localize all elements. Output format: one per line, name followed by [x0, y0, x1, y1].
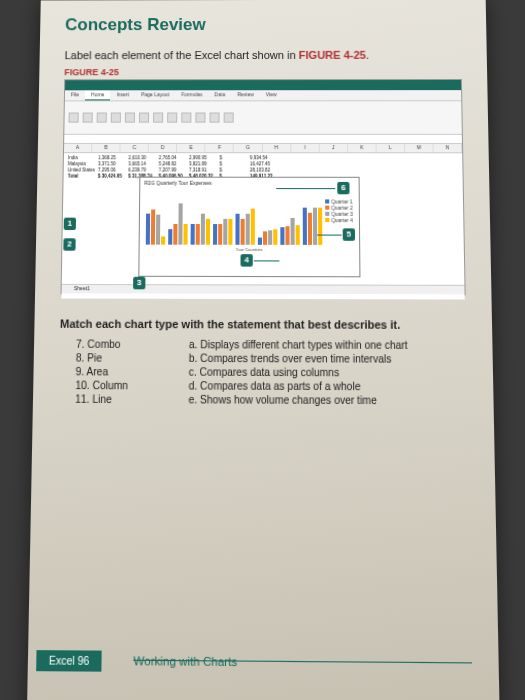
- ribbon: [64, 101, 462, 135]
- match-item: 11. Line: [75, 393, 189, 405]
- col-h: G: [234, 144, 262, 152]
- fill-icon: [153, 113, 163, 123]
- x-axis-title: Tour Countries: [140, 245, 360, 253]
- section-title: Concepts Review: [65, 15, 461, 36]
- bar: [268, 230, 272, 245]
- bar-group: [213, 219, 232, 245]
- bar: [251, 209, 255, 245]
- formula-bar: [64, 135, 462, 144]
- legend-item: Quarter 4: [325, 217, 353, 223]
- col-h: D: [149, 144, 177, 152]
- period: .: [366, 49, 369, 61]
- bar: [151, 210, 155, 245]
- match-left-column: 7. Combo 8. Pie 9. Area 10. Column 11. L…: [75, 338, 189, 407]
- match-option: e. Shows how volume changes over time: [189, 394, 468, 407]
- bar: [241, 219, 245, 245]
- bar: [146, 214, 150, 245]
- bar: [280, 227, 284, 245]
- match-item: 10. Column: [75, 380, 188, 392]
- bar: [313, 208, 317, 245]
- tab-data: Data: [208, 90, 231, 100]
- figure-caption: FIGURE 4-25: [64, 67, 462, 77]
- paste-icon: [69, 113, 79, 123]
- bar: [191, 224, 195, 245]
- callout-4: 4: [241, 254, 253, 267]
- bar-group: [168, 203, 188, 244]
- bar: [273, 229, 277, 245]
- bar: [178, 203, 182, 244]
- ribbon-tabs: File Home Insert Page Layout Formulas Da…: [65, 90, 461, 101]
- insert-icon: [209, 112, 219, 122]
- col-h: A: [64, 144, 92, 152]
- match-item: 8. Pie: [76, 352, 189, 364]
- tab-review: Review: [231, 90, 260, 100]
- tab-formulas: Formulas: [175, 90, 208, 100]
- bar: [168, 229, 172, 245]
- callout-3: 3: [133, 277, 145, 290]
- match-option: b. Compares trends over even time interv…: [189, 352, 467, 365]
- bar: [235, 214, 239, 245]
- column-headers: A B C D E F G H I J K L M N: [64, 144, 462, 153]
- bar: [213, 224, 217, 245]
- col-h: I: [291, 144, 320, 152]
- bar: [258, 238, 262, 245]
- bar: [196, 224, 200, 245]
- bar: [303, 208, 307, 245]
- label-instruction: Label each element of the Excel chart sh…: [65, 49, 462, 61]
- callout-6: 6: [337, 182, 349, 194]
- col-h: E: [177, 144, 205, 152]
- bar-group: [258, 229, 277, 245]
- swatch-icon: [325, 199, 329, 203]
- match-option: d. Compares data as parts of a whole: [189, 380, 468, 393]
- col-h: F: [206, 144, 234, 152]
- cut-icon: [83, 113, 93, 123]
- swatch-icon: [325, 218, 329, 222]
- tab-home: Home: [85, 90, 111, 100]
- tab-file: File: [65, 90, 85, 100]
- match-option: c. Compares data using columns: [189, 366, 467, 379]
- italic-icon: [125, 113, 135, 123]
- match-right-column: a. Displays different chart types within…: [189, 339, 468, 409]
- legend-label: Quarter 4: [331, 217, 353, 223]
- match-block: 7. Combo 8. Pie 9. Area 10. Column 11. L…: [59, 338, 468, 408]
- bar: [156, 215, 160, 245]
- sort-icon: [224, 112, 234, 122]
- align-icon: [139, 113, 149, 123]
- bar: [291, 218, 295, 245]
- bar-group: [303, 208, 323, 245]
- bar: [161, 236, 165, 244]
- callout-5: 5: [343, 228, 355, 240]
- col-h: J: [319, 144, 348, 152]
- row-label: Total: [68, 174, 98, 180]
- bar: [228, 219, 232, 245]
- bar-group: [235, 209, 254, 245]
- bar: [183, 224, 187, 245]
- callout-2: 2: [63, 238, 75, 250]
- window-titlebar: [65, 80, 461, 90]
- bar: [263, 231, 267, 244]
- match-option: a. Displays different chart types within…: [189, 339, 467, 351]
- bar: [308, 213, 312, 245]
- tab-view: View: [260, 90, 283, 100]
- sheet-tabs: Sheet1: [62, 284, 465, 294]
- swatch-icon: [325, 206, 329, 210]
- col-h: L: [376, 144, 405, 152]
- col-h: B: [92, 144, 120, 152]
- bar: [218, 224, 222, 245]
- chart-legend: Quarter 1 Quarter 2 Quarter 3 Quarter 4: [325, 198, 353, 223]
- bar-group: [146, 210, 166, 245]
- textbook-page: Concepts Review Label each element of th…: [27, 0, 500, 700]
- bar: [285, 226, 289, 245]
- arrow-icon: [317, 235, 342, 236]
- match-heading: Match each chart type with the statement…: [60, 317, 466, 331]
- footer-text: Working with Charts: [133, 654, 237, 668]
- cell: $ 30,424.65: [98, 174, 128, 180]
- number-icon: [181, 112, 191, 122]
- page-footer: Excel 96 Working with Charts: [28, 648, 499, 676]
- bar: [206, 219, 210, 245]
- match-item: 7. Combo: [76, 338, 189, 350]
- bar-group: [191, 214, 211, 245]
- callout-1: 1: [64, 218, 76, 230]
- arrow-icon: [254, 260, 280, 261]
- col-h: K: [348, 144, 377, 152]
